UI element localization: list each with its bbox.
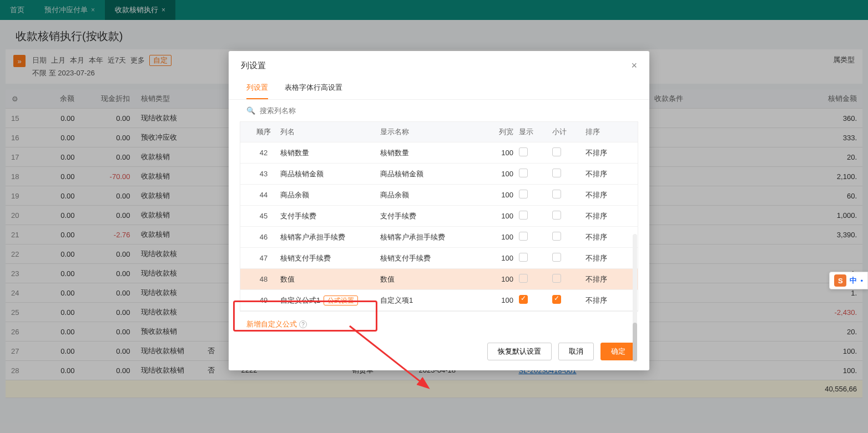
help-icon[interactable]: ? bbox=[299, 320, 307, 328]
h-seq: 顺序 bbox=[247, 127, 280, 137]
modal-tab-columns[interactable]: 列设置 bbox=[246, 83, 268, 99]
show-checkbox[interactable] bbox=[519, 211, 528, 220]
column-config-row[interactable]: 42核销数量核销数量100不排序 bbox=[240, 142, 638, 164]
add-custom-formula-link[interactable]: 新增自定义公式? bbox=[229, 312, 649, 337]
column-config-row[interactable]: 45支付手续费支付手续费100不排序 bbox=[240, 206, 638, 227]
show-checkbox[interactable] bbox=[519, 169, 528, 177]
subtotal-checkbox[interactable] bbox=[552, 147, 561, 156]
h-sort: 排序 bbox=[586, 127, 631, 137]
h-width: 列宽 bbox=[486, 127, 519, 137]
column-config-row[interactable]: 49自定义公式1公式设置自定义项1100不排序 bbox=[240, 290, 638, 311]
formula-settings-button[interactable]: 公式设置 bbox=[324, 296, 358, 305]
column-config-row[interactable]: 44商品余额商品余额100不排序 bbox=[240, 185, 638, 206]
show-checkbox[interactable] bbox=[519, 295, 528, 304]
ime-logo-icon: S bbox=[834, 274, 846, 287]
column-config-row[interactable]: 48数值数值100不排序 bbox=[240, 269, 638, 290]
modal-scrollbar[interactable] bbox=[633, 234, 637, 361]
h-disp: 显示名称 bbox=[380, 127, 486, 137]
show-checkbox[interactable] bbox=[519, 232, 528, 241]
column-config-row[interactable]: 43商品核销金额商品核销金额100不排序 bbox=[240, 164, 638, 185]
subtotal-checkbox[interactable] bbox=[552, 211, 561, 220]
show-checkbox[interactable] bbox=[519, 190, 528, 198]
show-checkbox[interactable] bbox=[519, 147, 528, 156]
search-icon: 🔍 bbox=[246, 106, 255, 115]
column-search-input[interactable] bbox=[260, 106, 632, 115]
ime-more-icon[interactable]: • bbox=[860, 277, 863, 285]
subtotal-checkbox[interactable] bbox=[552, 253, 561, 262]
show-checkbox[interactable] bbox=[519, 274, 528, 283]
h-sub: 小计 bbox=[552, 127, 586, 137]
column-config-row[interactable]: 47核销支付手续费核销支付手续费100不排序 bbox=[240, 248, 638, 269]
column-settings-modal: 列设置 × 列设置 表格字体行高设置 🔍 顺序 列名 显示名称 列宽 显示 小计… bbox=[229, 51, 649, 370]
ime-lang-indicator[interactable]: 中 bbox=[850, 276, 857, 286]
subtotal-checkbox[interactable] bbox=[552, 295, 561, 304]
h-show: 显示 bbox=[519, 127, 552, 137]
ok-button[interactable]: 确定 bbox=[600, 343, 636, 360]
cancel-button[interactable]: 取消 bbox=[558, 343, 594, 360]
column-config-row[interactable]: 46核销客户承担手续费核销客户承担手续费100不排序 bbox=[240, 227, 638, 248]
ime-toolbar[interactable]: S 中 • bbox=[829, 272, 868, 289]
modal-close-button[interactable]: × bbox=[631, 60, 637, 72]
h-name: 列名 bbox=[280, 127, 380, 137]
restore-default-button[interactable]: 恢复默认设置 bbox=[487, 343, 552, 360]
subtotal-checkbox[interactable] bbox=[552, 232, 561, 241]
show-checkbox[interactable] bbox=[519, 253, 528, 262]
modal-tab-font[interactable]: 表格字体行高设置 bbox=[285, 83, 342, 99]
subtotal-checkbox[interactable] bbox=[552, 274, 561, 283]
subtotal-checkbox[interactable] bbox=[552, 190, 561, 198]
modal-title: 列设置 bbox=[241, 60, 266, 71]
subtotal-checkbox[interactable] bbox=[552, 169, 561, 177]
